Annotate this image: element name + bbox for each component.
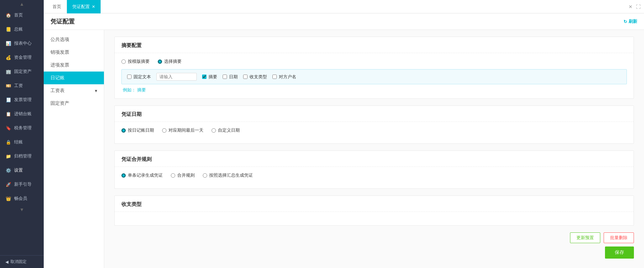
by-journal-date-option[interactable]: 按日记账日期 (121, 127, 154, 133)
income-type-section-title: 收支类型 (115, 196, 634, 212)
archive-icon: 📁 (5, 153, 11, 159)
merge-rules-option[interactable]: 合并规则 (171, 172, 195, 178)
tab-voucher-config[interactable]: 凭证配置 ✕ (67, 0, 101, 13)
vip-icon: 👑 (5, 195, 11, 202)
income-type-checkbox-label[interactable]: 收支类型 (243, 74, 267, 80)
by-journal-date-label: 按日记账日期 (128, 127, 154, 133)
page-header: 凭证配置 ↻ 刷新 (44, 13, 644, 30)
counterparty-checkbox[interactable] (272, 75, 277, 79)
template-summary-label: 按模版摘要 (128, 58, 150, 64)
sidebar-item-purchase-sales[interactable]: 📋 进销台账 (0, 107, 44, 121)
summary-checkbox[interactable] (202, 75, 206, 79)
sidebar-item-closing[interactable]: 🔒 结账 (0, 135, 44, 149)
sidebar-item-assets[interactable]: 🏢 固定资产 (0, 64, 44, 79)
sidebar-item-guide[interactable]: 🚀 新手引导 (0, 177, 44, 191)
select-summary-option[interactable]: 选择摘要 (158, 58, 182, 64)
merge-rules-label: 合并规则 (177, 172, 195, 178)
nav-item-sales-invoice[interactable]: 销项发票 (44, 46, 104, 59)
tab-home[interactable]: 首页 (47, 0, 67, 13)
sidebar-item-funds[interactable]: 💰 资金管理 (0, 50, 44, 64)
summary-checkbox-label[interactable]: 摘要 (202, 74, 217, 80)
summary-section: 摘要配置 按模版摘要 选择摘要 (114, 37, 634, 99)
sidebar-scroll-up[interactable]: ▲ (0, 0, 44, 8)
restore-window-icon[interactable]: ⛶ (636, 4, 641, 9)
custom-date-label: 自定义日期 (218, 127, 240, 133)
save-button[interactable]: 保存 (605, 247, 634, 259)
sidebar-item-archive[interactable]: 📁 归档管理 (0, 149, 44, 163)
nav-item-salary-table[interactable]: 工资表 ▾ (44, 84, 104, 97)
left-nav: 公共选项 销项发票 进项发票 日记账 工资表 ▾ 固定资产 (44, 30, 104, 268)
custom-date-radio[interactable] (212, 128, 216, 133)
nav-item-fixed-assets[interactable]: 固定资产 (44, 97, 104, 110)
voucher-date-section: 凭证日期 按日记账日期 对应期间最后一天 (114, 105, 634, 144)
fixed-text-checkbox-label[interactable]: 固定文本 (127, 74, 151, 80)
last-due-date-radio[interactable] (162, 128, 166, 133)
sidebar-scroll-down[interactable]: ▼ (0, 206, 44, 214)
single-record-radio[interactable] (121, 173, 126, 178)
merge-rules-radio-group: 单条记录生成凭证 合并规则 按照选择汇总生成凭证 (121, 172, 627, 178)
select-summary-gen-radio[interactable] (203, 173, 207, 178)
nav-item-journal[interactable]: 日记账 (44, 72, 104, 84)
invoice-mgmt-icon: 🧾 (5, 97, 11, 103)
last-due-date-option[interactable]: 对应期间最后一天 (162, 127, 203, 133)
sidebar-unpin-button[interactable]: ◀ 取消固定 (0, 255, 44, 268)
select-summary-gen-option[interactable]: 按照选择汇总生成凭证 (203, 172, 253, 178)
sidebar-item-label: 报表中心 (14, 40, 32, 46)
income-type-checkbox[interactable] (243, 75, 248, 79)
single-record-option[interactable]: 单条记录生成凭证 (121, 172, 163, 178)
main-area: 首页 凭证配置 ✕ ✕ ⛶ 凭证配置 ↻ 刷新 公共选项 (44, 0, 644, 268)
refresh-icon: ↻ (623, 19, 627, 24)
summary-radio-group: 按模版摘要 选择摘要 (121, 58, 627, 64)
assets-icon: 🏢 (5, 69, 11, 75)
tab-voucher-config-label: 凭证配置 (72, 4, 90, 10)
by-journal-date-radio[interactable] (121, 128, 126, 133)
sidebar: ▲ 🏠 首页 📒 总账 📊 报表中心 💰 资金管理 🏢 固定资产 💴 工资 🧾 … (0, 0, 44, 268)
summary-section-title: 摘要配置 (115, 37, 634, 53)
merge-rules-radio[interactable] (171, 173, 175, 178)
date-checkbox[interactable] (223, 75, 227, 79)
sidebar-item-label: 结账 (14, 139, 23, 145)
update-preview-button[interactable]: 更新预置 (570, 232, 600, 243)
last-due-date-label: 对应期间最后一天 (168, 127, 203, 133)
settings-icon: ⚙️ (5, 167, 11, 173)
refresh-button[interactable]: ↻ 刷新 (623, 18, 637, 25)
select-summary-radio[interactable] (158, 59, 162, 64)
sidebar-item-settings[interactable]: ⚙️ 设置 (0, 163, 44, 177)
page-title: 凭证配置 (50, 17, 75, 26)
sidebar-item-home[interactable]: 🏠 首页 (0, 8, 44, 22)
summary-section-body: 按模版摘要 选择摘要 固定文本 (115, 53, 634, 98)
refresh-label: 刷新 (629, 18, 637, 25)
nav-salary-table-label: 工资表 (50, 88, 65, 94)
sidebar-item-tax[interactable]: 🔖 税务管理 (0, 121, 44, 135)
nav-item-public[interactable]: 公共选项 (44, 33, 104, 46)
sidebar-item-label: 畅会员 (14, 195, 27, 202)
sidebar-item-salary[interactable]: 💴 工资 (0, 79, 44, 93)
fixed-text-input[interactable] (156, 73, 197, 81)
template-summary-radio[interactable] (121, 59, 126, 64)
pin-icon: ◀ (5, 260, 8, 264)
nav-item-purchase-invoice[interactable]: 进项发票 (44, 59, 104, 72)
counterparty-checkbox-label[interactable]: 对方户名 (272, 74, 296, 80)
date-checkbox-label[interactable]: 日期 (223, 74, 238, 80)
custom-date-option[interactable]: 自定义日期 (212, 127, 240, 133)
income-type-section: 收支类型 (114, 195, 634, 226)
sidebar-item-label: 新手引导 (14, 181, 32, 187)
summary-checkbox-row: 固定文本 摘要 日期 (121, 69, 627, 84)
merge-rules-section-title: 凭证合并规则 (115, 151, 634, 167)
fixed-text-checkbox[interactable] (127, 75, 131, 79)
template-summary-option[interactable]: 按模版摘要 (121, 58, 150, 64)
sidebar-item-vip[interactable]: 👑 畅会员 (0, 191, 44, 206)
ledger-icon: 📒 (5, 26, 11, 32)
sidebar-item-label: 总账 (14, 26, 23, 32)
sidebar-item-label: 资金管理 (14, 54, 32, 60)
tab-close-button[interactable]: ✕ (92, 4, 95, 9)
sidebar-item-label: 进销台账 (14, 111, 32, 117)
sidebar-item-report[interactable]: 📊 报表中心 (0, 36, 44, 50)
sidebar-item-label: 税务管理 (14, 125, 32, 131)
summary-label: 摘要 (209, 74, 217, 80)
batch-delete-button[interactable]: 批量删除 (604, 232, 634, 243)
sidebar-item-ledger[interactable]: 📒 总账 (0, 22, 44, 36)
close-window-icon[interactable]: ✕ (629, 4, 633, 9)
merge-rules-section-body: 单条记录生成凭证 合并规则 按照选择汇总生成凭证 (115, 167, 634, 188)
sidebar-item-invoice-mgmt[interactable]: 🧾 发票管理 (0, 93, 44, 107)
